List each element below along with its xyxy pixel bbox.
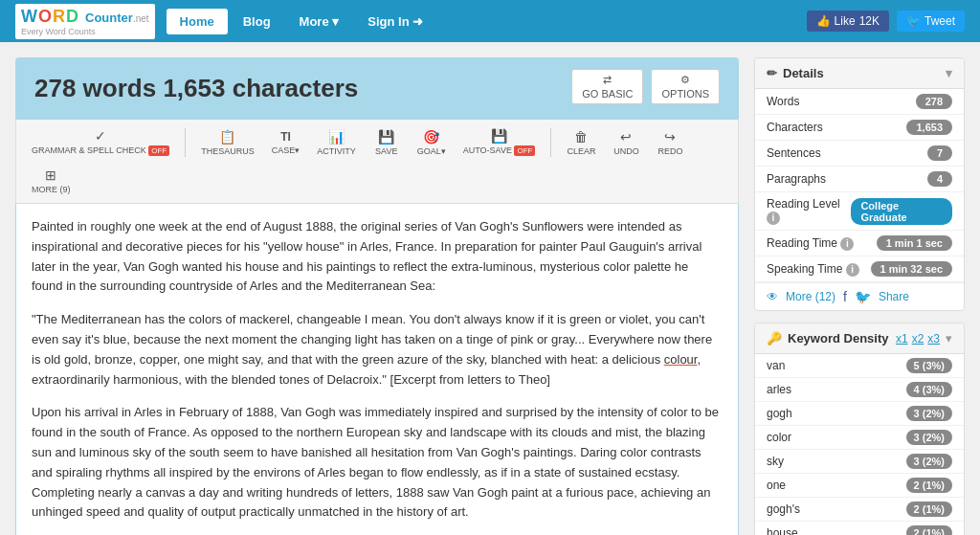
go-basic-icon: ⇄ <box>603 74 612 86</box>
nav-blog[interactable]: Blog <box>230 9 284 34</box>
logo-letter-r: R <box>53 7 66 26</box>
keyword-row-one: one 2 (1%) <box>755 474 964 498</box>
text-editor[interactable]: Painted in roughly one week at the end o… <box>15 204 739 535</box>
keyword-row-color: color 3 (2%) <box>755 426 964 450</box>
kw-word-house: house <box>767 526 798 535</box>
clear-button[interactable]: 🗑 CLEAR <box>561 126 601 159</box>
activity-icon: 📊 <box>328 129 345 145</box>
sentences-value: 7 <box>927 145 952 161</box>
word-count-summary: 278 words 1,653 characters <box>34 74 358 103</box>
case-button[interactable]: TI CASE▾ <box>266 127 306 158</box>
kw-word-arles: arles <box>767 383 791 396</box>
keyword-collapse-icon[interactable]: ▾ <box>946 331 952 346</box>
kw-word-van: van <box>767 359 785 372</box>
fb-like-label: Like <box>835 14 856 28</box>
logo-letter-o: O <box>38 7 53 26</box>
logo-net: .net <box>133 13 149 24</box>
toolbar-divider-2 <box>550 128 551 157</box>
more-button[interactable]: ⊞ MORE (9) <box>26 165 77 197</box>
nav-signin[interactable]: Sign In ➜ <box>354 9 436 34</box>
options-button[interactable]: ⚙ OPTIONS <box>651 69 720 104</box>
editor-toolbar: ✓ GRAMMAR & SPELL CHECK OFF 📋 THESAURUS … <box>15 120 739 204</box>
keyword-row-gogh: gogh 3 (2%) <box>755 402 964 426</box>
collapse-icon[interactable]: ▾ <box>946 66 952 80</box>
logo: WORD Counter.net Every Word Counts <box>15 4 155 39</box>
keyword-density-title: Keyword Density <box>788 331 888 346</box>
twitter-tweet-button[interactable]: 🐦 Tweet <box>897 11 965 32</box>
keyword-row-van: van 5 (3%) <box>755 354 964 378</box>
auto-save-icon: 💾 <box>491 128 507 144</box>
logo-letter-w: W <box>21 7 38 26</box>
share-link[interactable]: Share <box>879 290 909 303</box>
nav-home[interactable]: Home <box>167 9 228 34</box>
save-button[interactable]: 💾 SAVE <box>368 126 406 159</box>
reading-level-value: College Graduate <box>851 198 952 225</box>
kw-x2[interactable]: x2 <box>912 332 924 346</box>
characters-value: 1,653 <box>906 120 952 135</box>
kw-word-color: color <box>767 431 791 444</box>
kw-word-goghs: gogh's <box>767 502 800 516</box>
speaking-time-info-icon[interactable]: i <box>846 263 859 277</box>
kw-x1[interactable]: x1 <box>896 332 908 346</box>
details-row-paragraphs: Paragraphs 4 <box>755 167 964 192</box>
checkmark-icon: ✓ <box>95 128 106 144</box>
details-more-share: 👁 More (12) f 🐦 Share <box>755 282 964 310</box>
go-basic-button[interactable]: ⇄ GO BASIC <box>571 69 643 104</box>
speaking-time-value: 1 min 32 sec <box>871 261 952 277</box>
more-icon: ⊞ <box>45 167 56 183</box>
undo-icon: ↩ <box>620 129 632 145</box>
facebook-like-button[interactable]: 👍 Like 12K <box>807 11 889 32</box>
grammar-spell-check-button[interactable]: ✓ GRAMMAR & SPELL CHECK OFF <box>26 125 175 159</box>
details-row-reading-time: Reading Time i 1 min 1 sec <box>755 231 964 256</box>
auto-save-button[interactable]: 💾 AUTO-SAVE OFF <box>457 125 542 159</box>
kw-x3[interactable]: x3 <box>927 332 940 346</box>
reading-level-label: Reading Level i <box>767 197 851 225</box>
keyword-row-goghs: gogh's 2 (1%) <box>755 498 964 522</box>
kw-count-gogh: 3 (2%) <box>906 406 952 421</box>
pencil-icon: ✏ <box>767 66 777 80</box>
activity-button[interactable]: 📊 ACTIVITY <box>311 126 362 159</box>
keyword-density-header: 🔑 Keyword Density x1 x2 x3 ▾ <box>755 323 964 354</box>
paragraphs-value: 4 <box>927 171 952 187</box>
nav-more[interactable]: More ▾ <box>286 9 353 34</box>
header-social: 👍 Like 12K 🐦 Tweet <box>807 11 965 32</box>
logo-letter-d: D <box>66 7 79 26</box>
kw-word-one: one <box>767 479 786 492</box>
undo-button[interactable]: ↩ UNDO <box>607 126 645 159</box>
left-panel: 278 words 1,653 characters ⇄ GO BASIC ⚙ … <box>15 57 739 535</box>
facebook-share-icon[interactable]: f <box>843 289 847 304</box>
details-row-words: Words 278 <box>755 89 964 115</box>
kw-word-sky: sky <box>767 455 784 468</box>
details-box: ✏ Details ▾ Words 278 Characters 1,653 S… <box>754 57 965 311</box>
goal-button[interactable]: 🎯 GOAL▾ <box>412 126 452 159</box>
reading-time-info-icon[interactable]: i <box>840 237 854 251</box>
kw-count-goghs: 2 (1%) <box>906 502 952 517</box>
eye-icon: 👁 <box>767 290 778 303</box>
logo-tagline: Every Word Counts <box>21 27 149 36</box>
paragraph-2: "The Mediterranean has the colors of mac… <box>32 310 723 390</box>
auto-save-off-badge: OFF <box>514 145 535 156</box>
key-icon: 🔑 <box>767 331 782 346</box>
kw-count-one: 2 (1%) <box>906 478 952 493</box>
tweet-label: Tweet <box>924 14 955 28</box>
thesaurus-button[interactable]: 📋 THESAURUS <box>195 126 260 159</box>
redo-icon: ↪ <box>664 129 676 145</box>
kw-count-color: 3 (2%) <box>906 430 952 445</box>
details-row-sentences: Sentences 7 <box>755 141 964 167</box>
header: WORD Counter.net Every Word Counts Home … <box>0 0 980 42</box>
reading-level-info-icon[interactable]: i <box>767 212 780 225</box>
details-row-reading-level: Reading Level i College Graduate <box>755 192 964 231</box>
paragraph-3: Upon his arrival in Arles in February of… <box>32 403 723 523</box>
reading-time-label: Reading Time i <box>767 236 854 251</box>
fb-thumb-icon: 👍 <box>816 14 831 28</box>
twitter-bird-icon: 🐦 <box>906 14 921 28</box>
details-row-characters: Characters 1,653 <box>755 115 964 141</box>
goal-icon: 🎯 <box>423 129 439 145</box>
keyword-row-house: house 2 (1%) <box>755 522 964 535</box>
twitter-share-icon[interactable]: 🐦 <box>855 289 871 304</box>
words-value: 278 <box>916 94 952 109</box>
redo-button[interactable]: ↪ REDO <box>651 126 689 159</box>
more-link[interactable]: More (12) <box>786 290 835 303</box>
details-row-speaking-time: Speaking Time i 1 min 32 sec <box>755 256 964 282</box>
kw-count-house: 2 (1%) <box>906 525 952 535</box>
